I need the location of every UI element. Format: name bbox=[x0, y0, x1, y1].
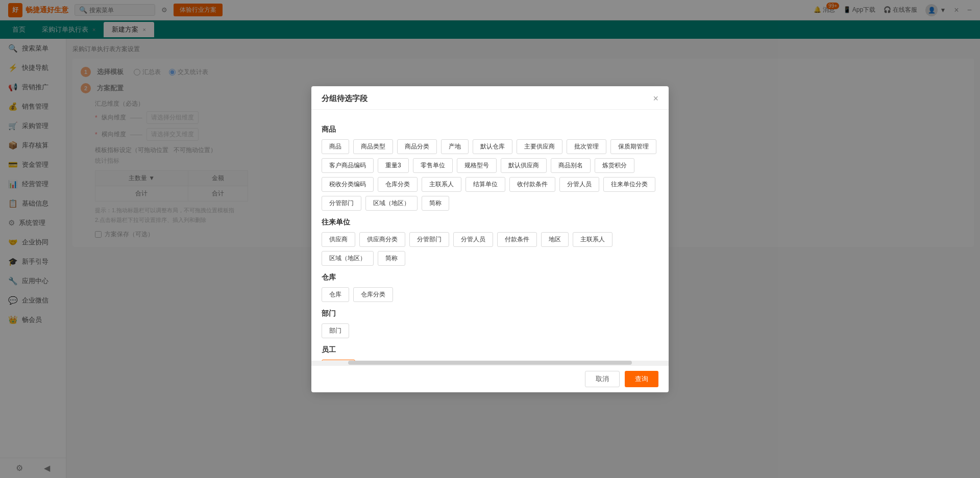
modal-header: 分组待选字段 × bbox=[311, 86, 669, 110]
section-title-warehouse: 仓库 bbox=[322, 273, 658, 282]
field-tag[interactable]: 区域（地区） bbox=[365, 196, 418, 211]
field-tag[interactable]: 炼货积分 bbox=[595, 158, 634, 173]
section-title-employee: 员工 bbox=[322, 345, 658, 355]
field-tag[interactable]: 仓库 bbox=[322, 287, 349, 302]
field-tag[interactable]: 商品分类 bbox=[397, 139, 437, 154]
modal-body: 商品 商品 商品类型 商品分类 产地 默认仓库 主要供应商 批次管理 保质期管理… bbox=[311, 110, 669, 361]
modal-overlay: 分组待选字段 × 商品 商品 商品类型 商品分类 产地 默认仓库 主要供应商 批… bbox=[0, 0, 980, 478]
field-tag[interactable]: 结算单位 bbox=[465, 177, 505, 192]
field-tag[interactable]: 供应商 bbox=[322, 232, 355, 247]
modal-title: 分组待选字段 bbox=[322, 94, 368, 104]
field-tag[interactable]: 主联系人 bbox=[573, 232, 612, 247]
modal-horizontal-scrollbar[interactable] bbox=[311, 361, 669, 365]
fields-grid-department: 部门 bbox=[322, 323, 658, 338]
field-tag[interactable]: 税收分类编码 bbox=[322, 177, 374, 192]
field-tag[interactable]: 地区 bbox=[541, 232, 569, 247]
fields-grid-partner: 供应商 供应商分类 分管部门 分管人员 付款条件 地区 主联系人 区域（地区） … bbox=[322, 232, 658, 266]
field-tag[interactable]: 默认仓库 bbox=[473, 139, 512, 154]
field-tag[interactable]: 简称 bbox=[378, 251, 405, 266]
field-tag[interactable]: 主联系人 bbox=[422, 177, 461, 192]
field-tag[interactable]: 商品类型 bbox=[353, 139, 393, 154]
modal-footer: 取消 查询 bbox=[311, 365, 669, 392]
field-tag[interactable]: 批次管理 bbox=[567, 139, 606, 154]
field-tag[interactable]: 商品 bbox=[322, 139, 349, 154]
field-tag[interactable]: 保质期管理 bbox=[610, 139, 656, 154]
field-tag[interactable]: 往来单位分类 bbox=[603, 177, 655, 192]
field-tag[interactable]: 主要供应商 bbox=[517, 139, 562, 154]
cancel-button[interactable]: 取消 bbox=[585, 371, 620, 387]
field-tag[interactable]: 默认供应商 bbox=[501, 158, 547, 173]
fields-grid-warehouse: 仓库 仓库分类 bbox=[322, 287, 658, 302]
field-tag[interactable]: 分管人员 bbox=[453, 232, 493, 247]
field-tag[interactable]: 分管部门 bbox=[322, 196, 361, 211]
field-tag[interactable]: 重量3 bbox=[378, 158, 409, 173]
section-title-department: 部门 bbox=[322, 309, 658, 318]
section-title-partner: 往来单位 bbox=[322, 218, 658, 227]
field-tag[interactable]: 产地 bbox=[441, 139, 469, 154]
field-tag[interactable]: 区域（地区） bbox=[322, 251, 374, 266]
modal-close-button[interactable]: × bbox=[653, 93, 658, 104]
fields-grid-product: 商品 商品类型 商品分类 产地 默认仓库 主要供应商 批次管理 保质期管理 客户… bbox=[322, 139, 658, 211]
field-tag[interactable]: 收付款条件 bbox=[509, 177, 555, 192]
field-tag[interactable]: 供应商分类 bbox=[359, 232, 405, 247]
field-tag[interactable]: 规格型号 bbox=[457, 158, 497, 173]
field-tag[interactable]: 部门 bbox=[322, 323, 349, 338]
field-tag[interactable]: 商品别名 bbox=[551, 158, 591, 173]
field-tag[interactable]: 简称 bbox=[422, 196, 449, 211]
field-tag[interactable]: 仓库分类 bbox=[378, 177, 418, 192]
field-tag[interactable]: 客户商品编码 bbox=[322, 158, 374, 173]
field-tag[interactable]: 分管部门 bbox=[409, 232, 449, 247]
field-tag[interactable]: 零售单位 bbox=[413, 158, 453, 173]
confirm-button[interactable]: 查询 bbox=[625, 371, 658, 387]
section-title-product: 商品 bbox=[322, 125, 658, 134]
modal-dialog: 分组待选字段 × 商品 商品 商品类型 商品分类 产地 默认仓库 主要供应商 批… bbox=[311, 86, 669, 392]
field-tag[interactable]: 仓库分类 bbox=[353, 287, 393, 302]
field-tag[interactable]: 付款条件 bbox=[497, 232, 537, 247]
field-tag[interactable]: 分管人员 bbox=[559, 177, 599, 192]
